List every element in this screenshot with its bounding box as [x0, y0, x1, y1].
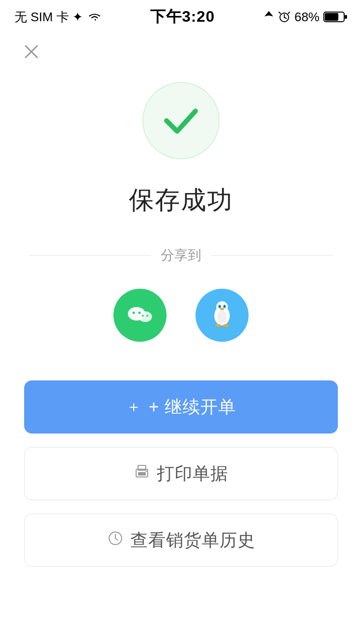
svg-point-29 [146, 471, 147, 472]
plus-icon: ＋ [126, 396, 142, 418]
svg-point-15 [146, 315, 148, 317]
status-left: 无 SIM 卡 ✦ [14, 9, 101, 26]
svg-rect-27 [138, 472, 146, 476]
no-sim-text: 无 SIM 卡 ✦ [14, 9, 83, 26]
svg-point-23 [217, 310, 227, 323]
alarm-icon [278, 10, 291, 24]
svg-point-14 [142, 315, 144, 317]
divider-left [29, 255, 151, 256]
svg-point-24 [215, 324, 221, 327]
svg-point-21 [224, 306, 225, 307]
print-label: 打印单据 [157, 462, 228, 486]
print-button[interactable]: 打印单据 [24, 447, 338, 500]
status-right: 68% [264, 10, 348, 25]
print-icon [134, 463, 150, 484]
main-content: 保存成功 分享到 [0, 34, 362, 567]
battery-icon [323, 11, 348, 23]
history-button[interactable]: 查看销货单历史 [24, 514, 338, 567]
history-icon [107, 530, 124, 550]
svg-line-2 [284, 17, 286, 18]
wechat-share-button[interactable] [113, 289, 167, 342]
svg-line-4 [288, 12, 290, 14]
history-label: 查看销货单历史 [130, 529, 255, 552]
qq-logo [205, 298, 239, 332]
svg-rect-7 [345, 15, 347, 19]
location-icon [264, 10, 274, 24]
action-buttons: ＋ + 继续开单 打印单据 查看销货单历史 [0, 380, 362, 567]
status-time: 下午3:20 [150, 6, 215, 28]
svg-point-20 [219, 306, 221, 307]
share-label: 分享到 [151, 246, 211, 265]
wifi-icon [88, 12, 101, 22]
share-section: 分享到 [0, 246, 362, 265]
qq-share-button[interactable] [195, 289, 249, 342]
svg-point-12 [133, 312, 135, 314]
close-button[interactable] [19, 40, 43, 64]
status-bar: 无 SIM 卡 ✦ 下午3:20 68% [0, 0, 362, 34]
svg-point-13 [139, 312, 141, 314]
divider-right [211, 255, 333, 256]
checkmark-icon [159, 99, 203, 142]
success-circle [142, 82, 220, 159]
battery-percent: 68% [294, 10, 320, 25]
svg-point-22 [220, 308, 224, 310]
continue-order-button[interactable]: ＋ + 继续开单 [24, 380, 338, 434]
share-icons-row [113, 289, 249, 342]
wechat-logo [123, 298, 157, 332]
continue-order-label: + 继续开单 [149, 395, 236, 419]
svg-line-3 [279, 12, 280, 14]
success-title: 保存成功 [129, 183, 233, 217]
svg-rect-6 [325, 13, 338, 21]
svg-point-25 [223, 324, 229, 327]
